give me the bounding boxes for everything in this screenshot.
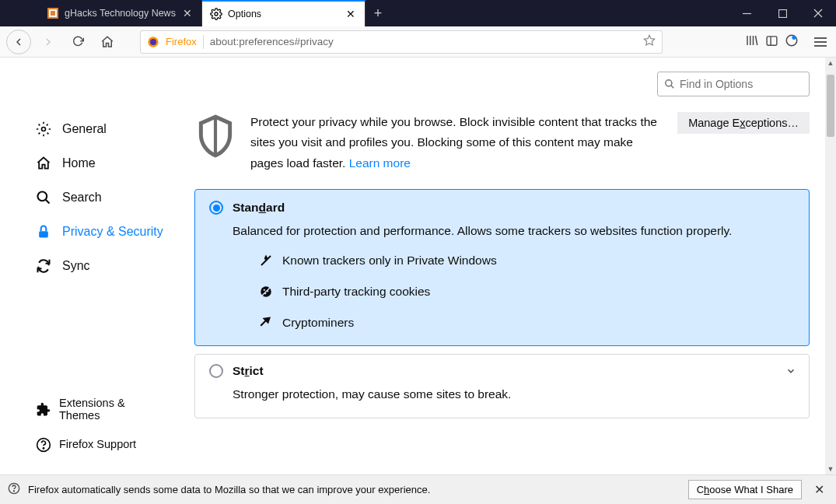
svg-point-20	[38, 192, 47, 201]
hamburger-icon	[814, 37, 827, 47]
maximize-button[interactable]	[764, 0, 800, 26]
svg-point-30	[264, 289, 265, 291]
manage-exceptions-button[interactable]: Manage Exceptions…	[677, 112, 810, 134]
sidebar-label: Firefox Support	[59, 438, 136, 450]
scroll-up-icon[interactable]: ▲	[825, 58, 836, 68]
chevron-down-icon[interactable]	[785, 366, 796, 379]
nav-toolbar: Firefox about:preferences#privacy	[0, 26, 836, 58]
scroll-down-icon[interactable]: ▼	[825, 464, 836, 474]
svg-line-26	[671, 86, 674, 89]
toolbar-right	[745, 33, 827, 50]
tracker-icon	[259, 254, 273, 268]
tab-options[interactable]: Options ✕	[202, 0, 366, 26]
svg-marker-10	[644, 35, 654, 45]
svg-point-18	[792, 36, 796, 40]
divider	[203, 35, 204, 49]
back-button[interactable]	[6, 30, 31, 54]
svg-rect-22	[39, 231, 48, 237]
svg-rect-5	[778, 9, 786, 17]
sidebar-label: Sync	[62, 259, 90, 273]
option-standard[interactable]: Standard Balanced for protection and per…	[194, 189, 810, 346]
svg-point-3	[215, 12, 218, 16]
sync-icon	[36, 258, 51, 274]
feature-cookies: Third-party tracking cookies	[259, 285, 795, 299]
notification-bar: Firefox automatically sends some data to…	[0, 474, 836, 504]
close-icon[interactable]: ✕	[181, 7, 194, 19]
close-icon[interactable]: ✕	[345, 8, 357, 20]
sidebar-label: Search	[62, 191, 102, 205]
puzzle-icon	[36, 402, 50, 416]
tab-title: Options	[228, 9, 339, 19]
notification-text: Firefox automatically sends some data to…	[28, 484, 680, 495]
find-in-options[interactable]: Find in Options	[657, 72, 810, 96]
radio-standard[interactable]	[209, 201, 223, 215]
shield-icon	[194, 112, 236, 159]
svg-rect-15	[767, 36, 777, 44]
sidebar-item-support[interactable]: Firefox Support	[0, 429, 179, 459]
svg-point-25	[666, 80, 672, 86]
learn-more-link[interactable]: Learn more	[349, 156, 411, 170]
svg-point-9	[150, 39, 156, 45]
profile-icon[interactable]	[785, 33, 799, 50]
tab-spacer	[0, 0, 39, 26]
sidebar-item-extensions[interactable]: Extensions & Themes	[0, 389, 179, 429]
bookmark-star-icon[interactable]	[643, 34, 656, 49]
sidebar-label: Extensions & Themes	[59, 397, 168, 422]
menu-button[interactable]	[814, 37, 827, 47]
sidebar-item-search[interactable]: Search	[0, 180, 179, 215]
newtab-button[interactable]: +	[366, 0, 390, 26]
option-title: Standard	[233, 201, 285, 215]
titlebar: gHacks Technology News ✕ Options ✕ +	[0, 0, 836, 26]
option-title: Strict	[233, 364, 264, 378]
tab-title: gHacks Technology News	[65, 8, 176, 19]
forward-button[interactable]	[36, 30, 61, 54]
favicon-ghacks	[47, 7, 59, 19]
minimize-button[interactable]	[729, 0, 764, 26]
library-icon[interactable]	[745, 33, 759, 50]
scrollbar-thumb[interactable]	[827, 75, 834, 137]
close-icon[interactable]: ✕	[810, 482, 828, 497]
cryptominer-icon	[259, 316, 273, 330]
tab-ghacks[interactable]: gHacks Technology News ✕	[39, 0, 202, 26]
reload-button[interactable]	[65, 30, 90, 54]
radio-strict[interactable]	[209, 364, 223, 378]
cookie-icon	[259, 285, 273, 299]
option-desc: Stronger protection, may cause some site…	[233, 384, 795, 404]
svg-line-21	[46, 200, 50, 204]
sidebar-label: Privacy & Security	[62, 225, 163, 239]
svg-point-24	[43, 448, 44, 449]
sidebar-label: Home	[62, 156, 96, 170]
search-icon	[664, 79, 675, 89]
sidebar-item-home[interactable]: Home	[0, 146, 179, 180]
gear-icon	[36, 121, 51, 137]
sidebar-item-privacy[interactable]: Privacy & Security	[0, 215, 179, 249]
gear-icon	[210, 8, 222, 20]
sidebar-item-general[interactable]: General	[0, 112, 179, 146]
window-controls	[729, 0, 836, 26]
vertical-scrollbar[interactable]: ▲ ▼	[825, 58, 836, 474]
choose-share-button[interactable]: Choose What I Share	[688, 480, 802, 499]
sidebar-toggle-icon[interactable]	[765, 34, 778, 50]
find-placeholder: Find in Options	[680, 78, 753, 90]
sidebar-item-sync[interactable]: Sync	[0, 249, 179, 283]
url-bar[interactable]: Firefox about:preferences#privacy	[140, 30, 663, 54]
home-icon	[36, 156, 51, 171]
feature-trackers: Known trackers only in Private Windows	[259, 254, 795, 268]
svg-point-35	[13, 491, 14, 492]
url-text: about:preferences#privacy	[210, 36, 637, 47]
svg-point-19	[42, 128, 46, 131]
option-desc: Balanced for protection and performance.…	[233, 221, 795, 241]
preferences-sidebar: General Home Search Privacy & Security S…	[0, 58, 179, 474]
info-icon	[8, 482, 20, 497]
intro-text: Protect your privacy while you browse. B…	[250, 112, 663, 173]
sidebar-label: General	[62, 122, 107, 136]
search-icon	[36, 190, 51, 205]
option-strict[interactable]: Strict Stronger protection, may cause so…	[194, 354, 810, 418]
help-icon	[36, 437, 50, 451]
lock-icon	[36, 224, 51, 240]
svg-line-14	[756, 36, 757, 45]
home-button[interactable]	[95, 30, 120, 54]
firefox-icon	[147, 36, 159, 48]
svg-rect-2	[51, 11, 55, 16]
close-window-button[interactable]	[800, 0, 836, 26]
